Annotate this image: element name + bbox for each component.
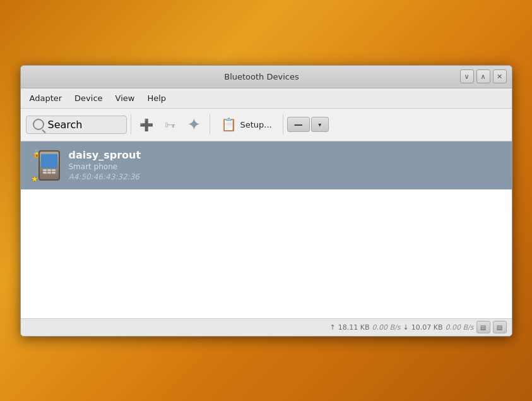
status-icon-btn-1[interactable]: ▤: [476, 321, 490, 333]
maximize-button[interactable]: ∧: [476, 69, 490, 83]
device-list: 🔒 ★ daisy_sprout Smart: [21, 141, 512, 318]
phone-key: [43, 169, 47, 171]
phone-key: [52, 172, 56, 174]
status-icon-2: ▤: [497, 324, 502, 331]
toolbar-separator-2: [210, 114, 210, 135]
phone-key: [43, 172, 47, 174]
download-speed: 0.00 B/s: [446, 323, 474, 332]
menu-adapter[interactable]: Adapter: [23, 91, 69, 105]
device-item[interactable]: 🔒 ★ daisy_sprout Smart: [21, 141, 512, 189]
menu-help[interactable]: Help: [141, 91, 172, 105]
trusted-star-icon: ★: [31, 174, 39, 183]
remove-button[interactable]: —: [287, 117, 310, 132]
phone-key: [47, 172, 51, 174]
key-icon: 🗝: [165, 118, 176, 131]
window-title: Bluetooth Devices: [64, 72, 460, 81]
add-icon: ➕: [139, 118, 153, 131]
download-arrow-icon: ↓: [403, 323, 409, 332]
minus-icon: —: [294, 119, 303, 129]
add-device-button[interactable]: ➕: [135, 113, 158, 136]
bluetooth-star-icon: ✦: [187, 116, 201, 133]
maximize-icon: ∧: [480, 73, 485, 81]
search-icon: [33, 119, 44, 130]
setup-button[interactable]: 📋 Setup...: [214, 114, 279, 135]
setup-icon: 📋: [221, 117, 237, 132]
status-icon-btn-2[interactable]: ▤: [493, 321, 507, 333]
phone-keypad: [42, 169, 57, 174]
toolbar-separator-3: [283, 114, 283, 135]
phone-icon: [38, 150, 60, 181]
toolbar-dropdown-button[interactable]: ▾: [311, 117, 329, 132]
upload-speed: 0.00 B/s: [372, 323, 401, 332]
dropdown-titlebar-button[interactable]: ∨: [460, 69, 474, 83]
toolbar: Search ➕ 🗝 ✦ 📋 Setup... — ▾: [21, 109, 512, 141]
upload-size: 18.11 KB: [338, 323, 370, 332]
close-button[interactable]: ✕: [493, 69, 507, 83]
device-icon-area: 🔒 ★: [31, 148, 62, 183]
bluetooth-devices-window: Bluetooth Devices ∨ ∧ ✕ Adapter Device V…: [20, 65, 512, 337]
search-button[interactable]: Search: [26, 116, 127, 134]
menubar: Adapter Device View Help: [21, 88, 512, 109]
pair-button[interactable]: 🗝: [159, 113, 182, 136]
download-size: 10.07 KB: [411, 323, 443, 332]
search-label: Search: [48, 119, 83, 131]
menu-device[interactable]: Device: [68, 91, 109, 105]
bluetooth-button[interactable]: ✦: [183, 113, 206, 136]
statusbar: ↑ 18.11 KB 0.00 B/s ↓ 10.07 KB 0.00 B/s …: [21, 318, 512, 336]
titlebar-controls: ∨ ∧ ✕: [460, 69, 507, 83]
device-name: daisy_sprout: [69, 149, 141, 161]
device-info: daisy_sprout Smart phone A4:50:46:43:32:…: [69, 149, 141, 181]
setup-label: Setup...: [240, 120, 272, 129]
titlebar: Bluetooth Devices ∨ ∧ ✕: [21, 66, 512, 88]
phone-screen: [41, 154, 57, 168]
dropdown-titlebar-icon: ∨: [464, 73, 469, 81]
phone-key: [47, 169, 51, 171]
close-icon: ✕: [497, 73, 502, 81]
status-icon-1: ▤: [480, 324, 486, 331]
menu-view[interactable]: View: [109, 91, 141, 105]
upload-arrow-icon: ↑: [330, 323, 336, 332]
device-mac: A4:50:46:43:32:36: [69, 172, 141, 181]
phone-key: [52, 169, 56, 171]
empty-device-area: [21, 189, 512, 316]
toolbar-dropdown-icon: ▾: [318, 121, 321, 128]
toolbar-separator-1: [131, 114, 131, 135]
device-type: Smart phone: [69, 162, 141, 171]
